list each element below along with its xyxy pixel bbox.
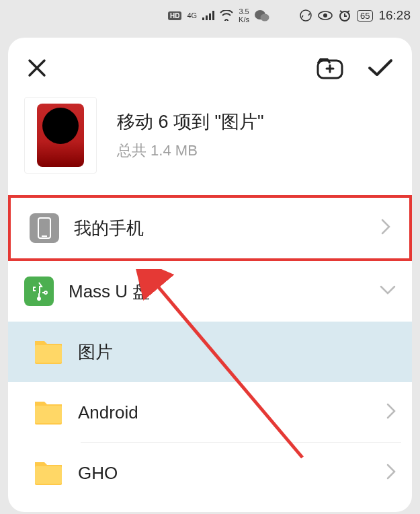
- chevron-down-icon: [380, 285, 396, 297]
- new-folder-button[interactable]: [317, 57, 343, 79]
- eye-icon: [318, 11, 333, 20]
- folder-label: Android: [78, 402, 386, 423]
- folder-plus-icon: [317, 57, 343, 79]
- close-button[interactable]: [27, 58, 47, 78]
- svg-point-6: [300, 10, 311, 21]
- clock: 16:28: [378, 8, 411, 23]
- network-speed: 3.5K/s: [239, 7, 249, 24]
- storage-my-phone[interactable]: 我的手机: [13, 198, 407, 258]
- svg-rect-15: [35, 406, 62, 423]
- check-icon: [368, 59, 393, 77]
- folder-pictures[interactable]: 图片: [8, 322, 412, 382]
- svg-rect-2: [209, 13, 211, 20]
- storage-label: 我的手机: [74, 217, 381, 240]
- hd-icon: HD: [168, 11, 181, 20]
- dialog-header: [8, 38, 412, 91]
- chevron-right-icon: [386, 464, 396, 482]
- chevron-right-icon: [381, 219, 390, 237]
- storage-label: Mass U 盘: [69, 280, 380, 303]
- close-icon: [27, 58, 47, 78]
- folder-icon: [34, 458, 63, 488]
- usb-icon: [24, 277, 54, 306]
- folder-android[interactable]: Android: [8, 382, 412, 443]
- storage-usb[interactable]: Mass U 盘: [8, 261, 412, 322]
- svg-rect-12: [42, 235, 47, 237]
- svg-rect-0: [202, 17, 204, 20]
- svg-point-8: [323, 13, 327, 17]
- signal-4g-label: 4G: [187, 11, 197, 20]
- item-thumbnail: 中国: [24, 97, 97, 174]
- folder-label: GHO: [78, 463, 386, 484]
- wifi-icon: [220, 10, 233, 21]
- move-dialog: 中国 移动 6 项到 "图片" 总共 1.4 MB 我的手机 Mass U 盘: [8, 38, 412, 512]
- confirm-button[interactable]: [368, 59, 393, 77]
- sync-icon: [299, 9, 312, 22]
- battery-indicator: 65: [357, 10, 373, 22]
- svg-rect-1: [206, 15, 208, 20]
- svg-rect-11: [38, 218, 50, 238]
- dialog-subtitle: 总共 1.4 MB: [117, 141, 264, 161]
- location-list: 我的手机 Mass U 盘 图片 Android: [8, 198, 412, 503]
- signal-icon: [202, 11, 214, 20]
- svg-rect-3: [212, 11, 214, 20]
- folder-label: 图片: [78, 340, 396, 364]
- status-bar: HD 4G 3.5K/s 65 16:28: [0, 0, 420, 31]
- dialog-title: 移动 6 项到 "图片": [117, 110, 264, 134]
- wechat-icon: [255, 9, 269, 22]
- svg-point-5: [260, 14, 269, 22]
- chevron-right-icon: [386, 403, 396, 422]
- folder-icon: [34, 398, 63, 427]
- alarm-icon: [338, 9, 351, 22]
- move-summary: 中国 移动 6 项到 "图片" 总共 1.4 MB: [8, 91, 412, 195]
- folder-icon: [34, 337, 63, 367]
- svg-rect-16: [35, 466, 62, 484]
- folder-gho[interactable]: GHO: [8, 443, 412, 503]
- phone-icon: [30, 213, 59, 243]
- svg-rect-14: [35, 345, 62, 363]
- svg-point-13: [37, 297, 41, 301]
